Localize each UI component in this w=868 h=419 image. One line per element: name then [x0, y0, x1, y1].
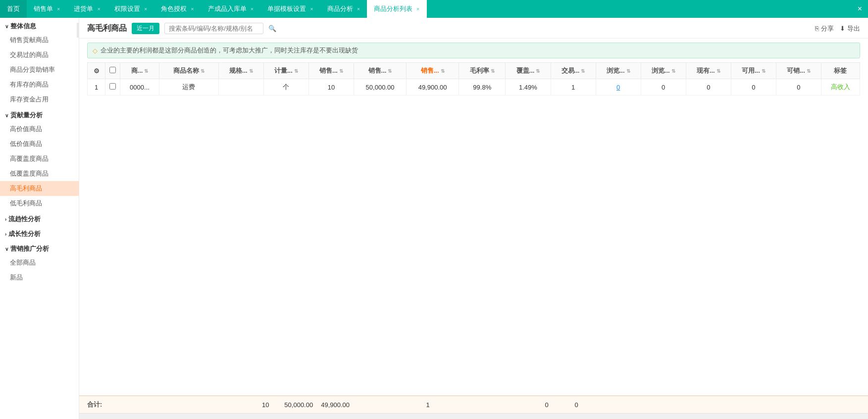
- sidebar-item-sales-contribution[interactable]: 销售贡献商品: [0, 33, 79, 47]
- sidebar-item-in-stock-products[interactable]: 有库存的商品: [0, 77, 79, 92]
- search-icon[interactable]: 🔍: [268, 25, 276, 32]
- close-purchase-order-icon[interactable]: ×: [97, 0, 100, 18]
- sidebar-item-low-value[interactable]: 低价值商品: [0, 137, 79, 151]
- sidebar-item-new-products[interactable]: 新品: [0, 270, 79, 285]
- sidebar-group-marketing-analysis[interactable]: ∨ 营销推广分析: [0, 240, 79, 255]
- sidebar-item-high-margin[interactable]: 高毛利商品: [0, 181, 79, 196]
- share-button[interactable]: ⎘ 分享: [815, 24, 834, 33]
- info-banner: ◇ 企业的主要的利润都是这部分商品创造的，可考虑加大推广，同时关注库存是不要出现…: [87, 43, 860, 58]
- close-product-inbound-icon[interactable]: ×: [251, 0, 254, 18]
- col-sales1[interactable]: 销售... ⇅: [308, 63, 354, 79]
- sort-browse2-icon[interactable]: ⇅: [671, 68, 675, 74]
- sort-code-icon[interactable]: ⇅: [144, 68, 148, 74]
- col-spec[interactable]: 规格... ⇅: [218, 63, 263, 79]
- col-coverage[interactable]: 覆盖... ⇅: [506, 63, 551, 79]
- sidebar-group-growth-analysis[interactable]: › 成长性分析: [0, 226, 79, 240]
- col-sales3[interactable]: 销售... ⇅: [407, 63, 459, 79]
- nav-template-setting[interactable]: 单据模板设置 ×: [260, 0, 320, 18]
- row-browse1[interactable]: 0: [596, 79, 641, 95]
- nav-permission-setting[interactable]: 权限设置 ×: [107, 0, 154, 18]
- footer-sales3: 49,900.00: [317, 401, 354, 409]
- col-code[interactable]: 商... ⇅: [120, 63, 159, 79]
- sidebar-group-overall-info[interactable]: ∨ 整体信息: [0, 18, 79, 33]
- arrow-down-icon-2: ∨: [5, 113, 8, 118]
- col-gross-rate[interactable]: 毛利率 ⇅: [459, 63, 506, 79]
- nav-purchase-order[interactable]: 进货单 ×: [67, 0, 107, 18]
- sort-name-icon[interactable]: ⇅: [201, 68, 204, 74]
- close-product-analysis-icon[interactable]: ×: [357, 0, 360, 18]
- close-permission-setting-icon[interactable]: ×: [144, 0, 147, 18]
- sidebar-item-low-margin[interactable]: 低毛利商品: [0, 196, 79, 211]
- col-current[interactable]: 现有... ⇅: [686, 63, 731, 79]
- settings-icon[interactable]: ⚙: [94, 67, 100, 75]
- sidebar-toggle-button[interactable]: 《: [77, 23, 79, 38]
- nav-product-inbound[interactable]: 产成品入库单 ×: [201, 0, 260, 18]
- row-sales1: 10: [308, 79, 354, 95]
- row-available: 0: [731, 79, 776, 95]
- sidebar-item-product-assist-rate[interactable]: 商品分贡助销率: [0, 62, 79, 77]
- close-sales-order-icon[interactable]: ×: [57, 0, 60, 18]
- col-transactions[interactable]: 交易... ⇅: [551, 63, 596, 79]
- sort-coverage-icon[interactable]: ⇅: [536, 68, 540, 74]
- col-unit[interactable]: 计量... ⇅: [263, 63, 308, 79]
- header-actions: ⎘ 分享 ⬇ 导出: [815, 24, 860, 33]
- nav-product-analysis[interactable]: 商品分析 ×: [320, 0, 367, 18]
- sort-gross-icon[interactable]: ⇅: [491, 68, 495, 74]
- sidebar-item-traded-products[interactable]: 交易过的商品: [0, 47, 79, 62]
- search-input[interactable]: [164, 23, 263, 34]
- col-available[interactable]: 可用... ⇅: [731, 63, 776, 79]
- select-all-checkbox[interactable]: [109, 67, 116, 73]
- col-browse2[interactable]: 浏览... ⇅: [641, 63, 686, 79]
- horizontal-scrollbar[interactable]: [79, 413, 868, 419]
- export-button[interactable]: ⬇ 导出: [840, 24, 860, 33]
- table-row: 1 0000... 运费 个 10 50,000.00 49,900.00 99…: [88, 79, 860, 95]
- sort-spec-icon[interactable]: ⇅: [249, 68, 253, 74]
- sort-saleable-icon[interactable]: ⇅: [807, 68, 811, 74]
- arrow-right-icon: ›: [5, 217, 6, 222]
- sidebar-item-all-products[interactable]: 全部商品: [0, 255, 79, 270]
- col-settings[interactable]: ⚙: [88, 63, 105, 79]
- nav-sales-order[interactable]: 销售单 ×: [27, 0, 67, 18]
- sort-available-icon[interactable]: ⇅: [762, 68, 766, 74]
- sidebar-item-low-coverage[interactable]: 低覆盖度商品: [0, 166, 79, 181]
- sort-sales3-icon[interactable]: ⇅: [441, 68, 445, 74]
- sidebar-group-contribution-analysis[interactable]: ∨ 贡献量分析: [0, 107, 79, 122]
- close-template-setting-icon[interactable]: ×: [310, 0, 313, 18]
- close-product-analysis-list-icon[interactable]: ×: [416, 0, 419, 18]
- page-title: 高毛利商品: [87, 23, 127, 34]
- arrow-right-icon-2: ›: [5, 232, 6, 237]
- time-filter-button[interactable]: 近一月: [132, 23, 159, 34]
- col-saleable[interactable]: 可销... ⇅: [776, 63, 821, 79]
- row-unit: 个: [263, 79, 308, 95]
- close-all-tabs-button[interactable]: ×: [852, 0, 868, 18]
- export-icon: ⬇: [840, 25, 845, 32]
- sort-current-icon[interactable]: ⇅: [716, 68, 720, 74]
- col-browse1[interactable]: 浏览... ⇅: [596, 63, 641, 79]
- col-sales2[interactable]: 销售... ⇅: [354, 63, 406, 79]
- col-product-name[interactable]: 商品名称 ⇅: [159, 63, 218, 79]
- nav-home[interactable]: 首页: [0, 0, 27, 18]
- row-sales3: 49,900.00: [407, 79, 459, 95]
- sort-sales1-icon[interactable]: ⇅: [339, 68, 343, 74]
- row-coverage: 1.49%: [506, 79, 551, 95]
- sidebar-item-inventory-capital[interactable]: 库存资金占用: [0, 92, 79, 107]
- table-wrapper[interactable]: ⚙ 商... ⇅ 商品名称: [79, 62, 868, 395]
- footer-gross-rate: [354, 401, 383, 409]
- close-role-auth-icon[interactable]: ×: [191, 0, 194, 18]
- row-browse2: 0: [641, 79, 686, 95]
- footer-label: 合计:: [87, 400, 102, 409]
- arrow-down-icon: ∨: [5, 24, 8, 29]
- row-name: 运费: [159, 79, 218, 95]
- sort-unit-icon[interactable]: ⇅: [294, 68, 298, 74]
- sidebar-item-high-value[interactable]: 高价值商品: [0, 122, 79, 137]
- sort-sales2-icon[interactable]: ⇅: [388, 68, 392, 74]
- row-checkbox[interactable]: [109, 83, 116, 90]
- sort-browse1-icon[interactable]: ⇅: [626, 68, 630, 74]
- content-area: 高毛利商品 近一月 🔍 ⎘ 分享 ⬇ 导出 ◇ 企业的主要的利润都是这部分商品创…: [79, 18, 868, 419]
- nav-product-analysis-list[interactable]: 商品分析列表 ×: [367, 0, 426, 18]
- nav-role-auth[interactable]: 角色授权 ×: [154, 0, 201, 18]
- sidebar-group-trend-analysis[interactable]: › 流趋性分析: [0, 211, 79, 226]
- sidebar-item-high-coverage[interactable]: 高覆盖度商品: [0, 151, 79, 166]
- sort-trans-icon[interactable]: ⇅: [581, 68, 585, 74]
- footer-coverage: [383, 401, 413, 409]
